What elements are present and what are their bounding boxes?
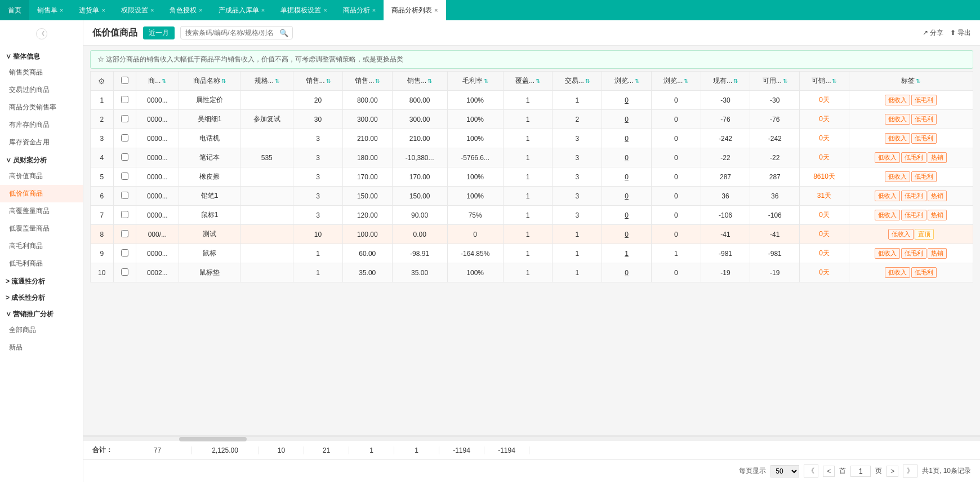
browse-link[interactable]: 0 xyxy=(625,135,629,143)
col-browse1[interactable]: 浏览...⇅ xyxy=(602,72,652,91)
nav-permission[interactable]: 权限设置 × xyxy=(113,0,162,20)
sidebar-item-high-value[interactable]: 高价值商品 xyxy=(0,167,83,185)
cell-browse1[interactable]: 0 xyxy=(602,206,652,225)
row-checkbox[interactable] xyxy=(121,134,128,141)
cell-checkbox[interactable] xyxy=(113,225,136,244)
search-icon[interactable]: 🔍 xyxy=(279,29,288,37)
cell-browse1[interactable]: 0 xyxy=(602,129,652,148)
col-available[interactable]: 可用...⇅ xyxy=(750,72,800,91)
sidebar-collapse-btn[interactable]: 《 xyxy=(36,28,47,39)
col-current[interactable]: 现有...⇅ xyxy=(701,72,750,91)
sidebar-item-stock-capital[interactable]: 库存资金占用 xyxy=(0,134,83,151)
row-checkbox[interactable] xyxy=(121,115,128,122)
col-name[interactable]: 商品名称⇅ xyxy=(179,72,240,91)
nav-analysis[interactable]: 商品分析 × xyxy=(335,0,384,20)
browse-link[interactable]: 0 xyxy=(625,154,629,162)
last-page-btn[interactable]: 》 xyxy=(903,465,917,477)
scrollbar-area[interactable] xyxy=(83,436,980,441)
row-checkbox[interactable] xyxy=(121,153,128,161)
nav-analysis-list[interactable]: 商品分析列表 × xyxy=(384,0,446,20)
cell-checkbox[interactable] xyxy=(113,167,136,187)
row-checkbox[interactable] xyxy=(121,249,128,257)
col-gross-rate[interactable]: 毛利率⇅ xyxy=(447,72,503,91)
nav-sales[interactable]: 销售单 × xyxy=(29,0,71,20)
sidebar-item-low-margin[interactable]: 低毛利商品 xyxy=(0,255,83,272)
sidebar-item-new-goods[interactable]: 新品 xyxy=(0,339,83,356)
col-trade[interactable]: 交易...⇅ xyxy=(553,72,602,91)
share-btn[interactable]: ↗ 分享 xyxy=(923,28,943,38)
col-saleable[interactable]: 可销...⇅ xyxy=(800,72,849,91)
cell-checkbox[interactable] xyxy=(113,110,136,129)
nav-template[interactable]: 单据模板设置 × xyxy=(273,0,335,20)
nav-product[interactable]: 产成品入库单 × xyxy=(211,0,273,20)
sidebar-group-liquidity[interactable]: > 流通性分析 xyxy=(0,272,83,289)
row-checkbox[interactable] xyxy=(121,268,128,276)
sidebar-item-all-goods[interactable]: 全部商品 xyxy=(0,321,83,339)
search-input[interactable] xyxy=(180,26,293,39)
sidebar-item-stock-goods[interactable]: 有库存的商品 xyxy=(0,116,83,134)
cell-browse1[interactable]: 0 xyxy=(602,187,652,206)
browse-link[interactable]: 0 xyxy=(625,211,629,219)
nav-close-template[interactable]: × xyxy=(323,7,327,14)
browse-link[interactable]: 0 xyxy=(625,192,629,200)
nav-role[interactable]: 角色授权 × xyxy=(162,0,210,20)
cell-browse1[interactable]: 0 xyxy=(602,225,652,244)
cell-browse1[interactable]: 0 xyxy=(602,110,652,129)
nav-close-role[interactable]: × xyxy=(199,7,202,14)
col-code[interactable]: 商...⇅ xyxy=(136,72,179,91)
nav-close-analysis[interactable]: × xyxy=(372,7,376,14)
sidebar-item-low-coverage[interactable]: 低覆盖量商品 xyxy=(0,220,83,237)
cell-browse1[interactable]: 0 xyxy=(602,148,652,167)
row-checkbox[interactable] xyxy=(121,173,128,180)
nav-close-sales[interactable]: × xyxy=(60,7,63,14)
browse-link[interactable]: 0 xyxy=(625,116,629,123)
col-spec[interactable]: 规格...⇅ xyxy=(240,72,293,91)
sidebar-item-high-margin[interactable]: 高毛利商品 xyxy=(0,237,83,255)
select-all-checkbox[interactable] xyxy=(121,77,128,84)
cell-checkbox[interactable] xyxy=(113,187,136,206)
row-checkbox[interactable] xyxy=(121,230,128,237)
sidebar-item-low-value[interactable]: 低价值商品 xyxy=(0,185,83,202)
sidebar-item-traded-goods[interactable]: 交易过的商品 xyxy=(0,81,83,99)
next-page-btn[interactable]: > xyxy=(887,466,898,477)
col-sales1[interactable]: 销售...⇅ xyxy=(293,72,343,91)
sidebar-item-category-sales-rate[interactable]: 商品分类销售率 xyxy=(0,99,83,116)
col-settings[interactable]: ⚙ xyxy=(91,72,114,91)
browse-link[interactable]: 0 xyxy=(625,173,629,181)
cell-checkbox[interactable] xyxy=(113,263,136,282)
cell-browse1[interactable]: 1 xyxy=(602,244,652,263)
cell-checkbox[interactable] xyxy=(113,244,136,263)
settings-icon[interactable]: ⚙ xyxy=(98,77,105,86)
filter-btn[interactable]: 近一月 xyxy=(143,26,175,39)
export-btn[interactable]: ⬆ 导出 xyxy=(950,28,971,38)
row-checkbox[interactable] xyxy=(121,211,128,218)
nav-close-permission[interactable]: × xyxy=(150,7,154,14)
browse-link[interactable]: 0 xyxy=(625,231,629,238)
row-checkbox[interactable] xyxy=(121,96,128,103)
cell-checkbox[interactable] xyxy=(113,91,136,110)
cell-browse1[interactable]: 0 xyxy=(602,91,652,110)
cell-checkbox[interactable] xyxy=(113,129,136,148)
col-cover[interactable]: 覆盖...⇅ xyxy=(503,72,553,91)
nav-close-analysis-list[interactable]: × xyxy=(434,7,438,14)
col-sales2[interactable]: 销售...⇅ xyxy=(342,72,392,91)
nav-purchase[interactable]: 进货单 × xyxy=(71,0,113,20)
sidebar-group-growth[interactable]: > 成长性分析 xyxy=(0,289,83,305)
sidebar-item-high-coverage[interactable]: 高覆盖量商品 xyxy=(0,202,83,220)
col-sales3[interactable]: 销售...⇅ xyxy=(392,72,447,91)
sidebar-group-overview[interactable]: ∨ 整体信息 xyxy=(0,47,83,64)
sidebar-item-sales-goods[interactable]: 销售类商品 xyxy=(0,64,83,81)
first-page-btn[interactable]: 《 xyxy=(804,465,818,477)
browse-link[interactable]: 1 xyxy=(625,250,629,258)
page-number-input[interactable] xyxy=(850,466,871,477)
nav-close-product[interactable]: × xyxy=(261,7,265,14)
sidebar-group-financial[interactable]: ∨ 员财案分析 xyxy=(0,151,83,167)
col-tags[interactable]: 标签⇅ xyxy=(849,72,973,91)
cell-browse1[interactable]: 0 xyxy=(602,263,652,282)
nav-close-purchase[interactable]: × xyxy=(101,7,105,14)
browse-link[interactable]: 0 xyxy=(625,269,629,277)
row-checkbox[interactable] xyxy=(121,192,128,199)
page-size-select[interactable]: 50 100 200 xyxy=(770,465,799,477)
col-browse2[interactable]: 浏览...⇅ xyxy=(651,72,701,91)
browse-link[interactable]: 0 xyxy=(625,96,629,104)
